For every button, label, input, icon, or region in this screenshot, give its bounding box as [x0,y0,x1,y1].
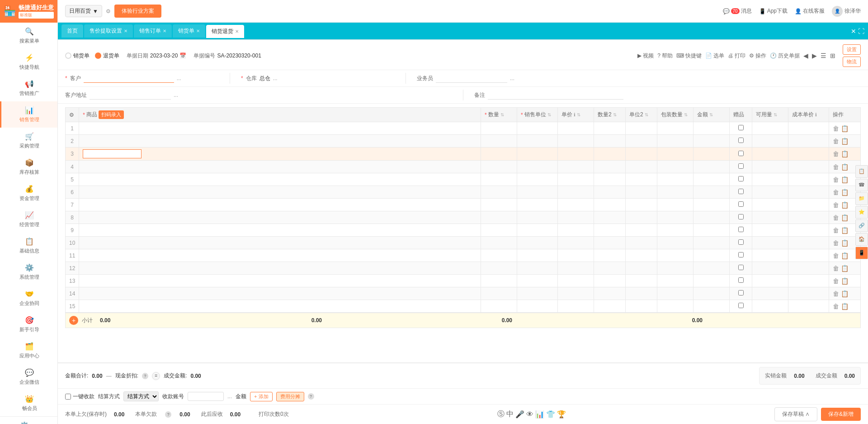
fees-help-icon[interactable]: ? [308,393,314,400]
unit2-cell-6[interactable] [626,186,657,199]
qty2-cell-11[interactable] [594,249,626,262]
sidebar-item-finance[interactable]: 💰 资金管理 [0,180,57,206]
amount-cell-11[interactable] [693,249,730,262]
price-cell-11[interactable] [558,249,594,262]
discount-help-icon[interactable]: ? [142,373,148,379]
try-industry-button[interactable]: 体验行业方案 [114,5,161,18]
cost-price-cell-14[interactable] [788,287,829,300]
delete-row-btn-10[interactable]: 🗑 [833,239,839,247]
unit2-cell-10[interactable] [626,237,657,249]
delete-row-btn-2[interactable]: 🗑 [833,138,839,145]
copy-row-btn-6[interactable]: 📋 [841,189,849,196]
tab-sales[interactable]: 销货单 ✕ [173,24,205,38]
cost-price-cell-7[interactable] [788,199,829,211]
pack-qty-cell-6[interactable] [657,186,693,199]
float-btn-home[interactable]: 🏠 [855,233,868,246]
qty2-cell-1[interactable] [594,122,626,135]
unit2-cell-3[interactable] [626,148,657,161]
settings-gear-icon[interactable]: ⚙️ [20,421,29,424]
delete-row-btn-13[interactable]: 🗑 [833,277,839,285]
copy-row-btn-11[interactable]: 📋 [841,252,849,259]
available-sort-icon[interactable]: ⇅ [774,112,777,117]
sidebar-item-basic[interactable]: 📋 基础信息 [0,233,57,259]
gift-checkbox-cell-4[interactable] [730,161,752,173]
copy-row-btn-3[interactable]: 📋 [841,150,849,157]
sidebar-item-shortcut[interactable]: ⚡ 快捷导航 [0,49,57,75]
unit-cell-9[interactable] [517,224,558,237]
gift-checkbox-cell-2[interactable] [730,135,752,148]
available-cell-14[interactable] [752,287,788,300]
cost-price-cell-15[interactable] [788,300,829,313]
gift-checkbox-3[interactable] [738,151,744,156]
qty2-cell-7[interactable] [594,199,626,211]
gift-checkbox-14[interactable] [738,290,744,295]
qty2-cell-2[interactable] [594,135,626,148]
float-btn-star[interactable]: ⭐ [855,206,868,219]
gift-checkbox-cell-13[interactable] [730,275,752,287]
delete-row-btn-12[interactable]: 🗑 [833,265,839,272]
gift-checkbox-cell-10[interactable] [730,237,752,249]
gear-settings-icon[interactable]: ⚙ [106,8,111,14]
unit2-cell-12[interactable] [626,262,657,275]
radio-sales[interactable]: 销货单 [65,52,90,60]
unit-cell-5[interactable] [517,173,558,186]
float-btn-mobile[interactable]: 📱 [855,247,868,259]
tab-sales-order-close[interactable]: ✕ [163,29,166,33]
taskbar-icon5[interactable]: 👕 [546,410,555,419]
float-btn-link[interactable]: 🔗 [855,219,868,232]
delete-row-btn-15[interactable]: 🗑 [833,303,839,310]
float-btn-folder[interactable]: 📁 [855,192,868,205]
product-cell-11[interactable] [79,249,481,262]
tab-sales-order[interactable]: 销售订单 ✕ [134,24,172,38]
product-cell-12[interactable] [79,262,481,275]
industry-dropdown[interactable]: 日用百货 ▼ [65,5,102,17]
qty2-cell-5[interactable] [594,173,626,186]
price-cell-13[interactable] [558,275,594,287]
qty2-cell-9[interactable] [594,224,626,237]
pack-qty-cell-4[interactable] [657,161,693,173]
gift-checkbox-15[interactable] [738,303,744,308]
price-cell-14[interactable] [558,287,594,300]
amount-cell-14[interactable] [693,287,730,300]
sidebar-item-sales[interactable]: 📊 销售管理 [0,101,57,128]
tab-close-all-icon[interactable]: ✕ [851,28,856,35]
select-toolbar-item[interactable]: 📄 选单 [705,52,724,60]
unit-cell-14[interactable] [517,287,558,300]
account-input[interactable] [188,392,224,401]
sidebar-item-search[interactable]: 🔍 搜索菜单 [0,23,57,49]
history-toolbar-item[interactable]: 🕐 历史单据 [770,52,800,60]
unit2-cell-4[interactable] [626,161,657,173]
gift-checkbox-cell-14[interactable] [730,287,752,300]
app-download-link[interactable]: 📱 App下载 [759,7,788,15]
cost-price-cell-5[interactable] [788,173,829,186]
cost-price-info-icon[interactable]: ℹ [815,112,817,117]
view-list-icon[interactable]: ☰ [821,52,826,59]
unit-cell-15[interactable] [517,300,558,313]
available-cell-12[interactable] [752,262,788,275]
delete-row-btn-7[interactable]: 🗑 [833,201,839,209]
gift-checkbox-5[interactable] [738,176,744,181]
qty2-cell-4[interactable] [594,161,626,173]
tab-price-setting-close[interactable]: ✕ [124,29,127,33]
online-service-link[interactable]: 👤 在线客服 [795,7,825,15]
available-cell-15[interactable] [752,300,788,313]
available-cell-4[interactable] [752,161,788,173]
amount-cell-10[interactable] [693,237,730,249]
product-cell-10[interactable] [79,237,481,249]
gift-checkbox-2[interactable] [738,138,744,143]
gift-checkbox-1[interactable] [738,125,744,130]
cost-price-cell-12[interactable] [788,262,829,275]
customer-picker-btn[interactable]: ... [177,75,181,81]
pack-qty-cell-1[interactable] [657,122,693,135]
sidebar-item-marketing[interactable]: 📢 营销推广 [0,75,57,101]
copy-row-btn-9[interactable]: 📋 [841,227,849,234]
logistics-button[interactable]: 物流 [843,57,861,67]
video-toolbar-item[interactable]: ▶ 视频 [637,52,654,60]
address-input[interactable] [90,91,171,100]
taskbar-icon4[interactable]: 📊 [535,410,544,419]
copy-row-btn-4[interactable]: 📋 [841,163,849,171]
product-cell-6[interactable] [79,186,481,199]
save-draft-button[interactable]: 保存草稿 ∧ [774,407,817,421]
cost-price-cell-9[interactable] [788,224,829,237]
qty-cell-5[interactable] [481,173,517,186]
